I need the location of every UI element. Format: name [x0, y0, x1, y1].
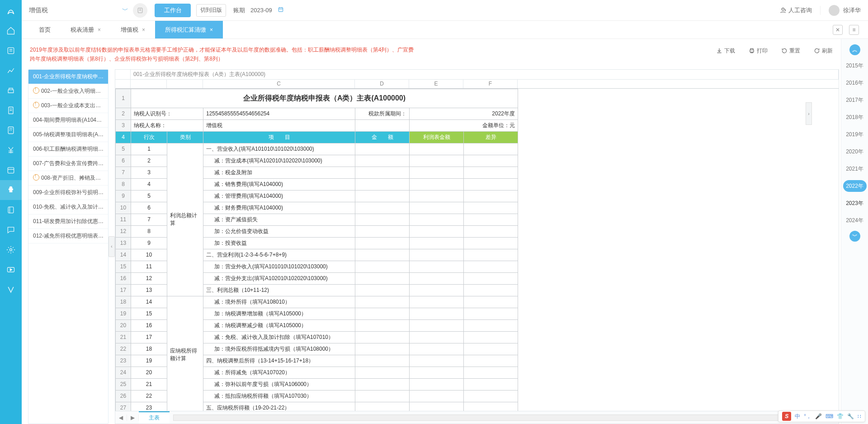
- nav-chart-icon[interactable]: [0, 61, 22, 81]
- row-number: 3: [116, 119, 131, 131]
- close-icon[interactable]: ×: [98, 27, 101, 33]
- reset-button[interactable]: 重置: [781, 46, 800, 55]
- nav-yuan-icon[interactable]: [0, 140, 22, 160]
- form-tree: 001-企业所得税年度纳税申…002-一般企业收入明细表(A1…003-一般企业…: [28, 69, 108, 424]
- row-number: 16: [116, 272, 131, 284]
- year-2016年[interactable]: 2016年: [841, 74, 868, 91]
- row-number: 20: [116, 319, 131, 331]
- year-up-icon[interactable]: ︽: [849, 44, 860, 55]
- switch-old-button[interactable]: 切到旧版: [196, 4, 226, 17]
- row-number: 2: [116, 108, 131, 119]
- period-label: 账期: [233, 6, 245, 14]
- tree-item[interactable]: 002-一般企业收入明细表(A1…: [28, 84, 108, 99]
- row-number: 11: [116, 214, 131, 225]
- period-value[interactable]: 2023-09: [250, 7, 272, 14]
- nav-v-icon[interactable]: [0, 280, 22, 300]
- close-icon[interactable]: ×: [142, 27, 145, 33]
- download-button[interactable]: 下载: [716, 46, 735, 55]
- tab-税表清册[interactable]: 税表清册×: [61, 21, 111, 38]
- nav-home-icon[interactable]: [0, 21, 22, 41]
- tree-item[interactable]: 008-资产折旧、摊销及纳税…: [28, 171, 108, 186]
- year-2021年[interactable]: 2021年: [841, 160, 868, 177]
- workspace-name: 增值税: [29, 6, 48, 14]
- sheet-tab[interactable]: 主表: [139, 411, 170, 424]
- table-row[interactable]: 51利润总额计算一、营业收入(填写A101010\101020\103000): [116, 143, 518, 155]
- h-scrollbar[interactable]: [173, 414, 835, 421]
- tab-首页[interactable]: 首页: [29, 21, 61, 38]
- year-down-icon[interactable]: ︾: [849, 231, 860, 242]
- tree-item[interactable]: 012-减免所得税优惠明细表(…: [28, 229, 108, 243]
- year-2015年[interactable]: 2015年: [841, 57, 868, 74]
- year-2022年[interactable]: 2022年: [843, 180, 867, 192]
- nav-settings-icon[interactable]: [0, 240, 22, 260]
- row-number: 10: [116, 202, 131, 214]
- nav-video-icon[interactable]: [0, 260, 22, 280]
- sheet-nav-next[interactable]: ▶: [127, 414, 139, 421]
- tab-增值税[interactable]: 增值税×: [111, 21, 155, 38]
- row-number: 25: [116, 378, 131, 390]
- page-tabs: 首页税表清册×增值税×所得税汇算清缴× ✕ ≡: [22, 21, 868, 39]
- row-number: 27: [116, 402, 131, 411]
- period-block: 账期 2023-09: [233, 6, 284, 14]
- refresh-button[interactable]: 刷新: [814, 46, 833, 55]
- year-2023年[interactable]: 2023年: [841, 195, 868, 212]
- nav-calc-icon[interactable]: [0, 120, 22, 140]
- row-number: 19: [116, 308, 131, 319]
- tree-item[interactable]: 006-职工薪酬纳税调整明细…: [28, 142, 108, 157]
- column-headers: C D E F: [115, 80, 839, 89]
- left-nav: [0, 0, 22, 424]
- tree-item[interactable]: 011-研发费用加计扣除优惠…: [28, 214, 108, 229]
- book-icon[interactable]: [133, 3, 147, 18]
- nav-calendar-icon[interactable]: [0, 160, 22, 180]
- nav-tax-icon[interactable]: [0, 180, 22, 200]
- svg-point-5: [10, 249, 12, 251]
- year-2017年[interactable]: 2017年: [841, 91, 868, 109]
- row-number: 12: [116, 225, 131, 237]
- user-block[interactable]: 徐泽华: [829, 5, 861, 16]
- more-icon[interactable]: ≡: [849, 25, 859, 35]
- workbench-button[interactable]: 工作台: [155, 4, 191, 17]
- print-button[interactable]: 打印: [749, 46, 768, 55]
- nav-ledger-icon[interactable]: [0, 41, 22, 61]
- manual-service-button[interactable]: 人工咨询: [779, 6, 812, 14]
- close-icon[interactable]: ✕: [833, 25, 843, 35]
- row-number: 22: [116, 343, 131, 355]
- nav-message-icon[interactable]: [0, 220, 22, 240]
- sheet-footer: ◀ ▶ 主表: [115, 411, 839, 424]
- nav-archive-icon[interactable]: [0, 200, 22, 220]
- year-2024年[interactable]: 2024年: [841, 212, 868, 229]
- ime-menu-icon[interactable]: ∷: [858, 413, 861, 419]
- row-number: 6: [116, 155, 131, 167]
- workspace-selector[interactable]: 增值税 ﹀: [24, 6, 128, 14]
- tree-item[interactable]: 004-期间费用明细表(A1040…: [28, 113, 108, 128]
- ime-keyboard-icon[interactable]: ⌨: [826, 413, 833, 419]
- chevron-down-icon: ﹀: [122, 6, 128, 14]
- svg-rect-0: [8, 48, 14, 53]
- tab-所得税汇算清缴[interactable]: 所得税汇算清缴×: [155, 21, 223, 38]
- tree-item[interactable]: 010-免税、减计收入及加计…: [28, 200, 108, 214]
- tree-item[interactable]: 005-纳税调整项目明细表(A1…: [28, 128, 108, 142]
- ime-logo-icon[interactable]: S: [782, 412, 791, 421]
- close-icon[interactable]: ×: [210, 27, 213, 33]
- left-collapse[interactable]: ‹: [108, 69, 115, 424]
- table-row[interactable]: 1814应纳税所得额计算减：境外所得（填写A108010）: [116, 296, 518, 308]
- row-number: 21: [116, 331, 131, 343]
- right-collapse[interactable]: ›: [806, 102, 812, 125]
- nav-doc-icon[interactable]: [0, 100, 22, 120]
- ime-lang[interactable]: 中: [795, 413, 800, 420]
- tree-item[interactable]: 007-广告费和业务宣传费跨…: [28, 157, 108, 171]
- tree-item[interactable]: 001-企业所得税年度纳税申…: [28, 70, 108, 84]
- tree-item[interactable]: 009-企业所得税弥补亏损明…: [28, 186, 108, 200]
- sheet-nav-prev[interactable]: ◀: [115, 414, 127, 421]
- tree-item[interactable]: 003-一般企业成本支出明细…: [28, 99, 108, 113]
- ime-toolbox-icon[interactable]: 🔧: [847, 413, 854, 419]
- ime-punct-icon[interactable]: °，: [804, 413, 811, 420]
- calendar-icon[interactable]: [278, 6, 284, 14]
- row-number: 24: [116, 367, 131, 378]
- nav-money-icon[interactable]: [0, 81, 22, 100]
- year-2019年[interactable]: 2019年: [841, 126, 868, 143]
- ime-mic-icon[interactable]: 🎤: [815, 413, 822, 419]
- year-2018年[interactable]: 2018年: [841, 109, 868, 126]
- year-2020年[interactable]: 2020年: [841, 143, 868, 160]
- ime-skin-icon[interactable]: 👕: [837, 413, 844, 419]
